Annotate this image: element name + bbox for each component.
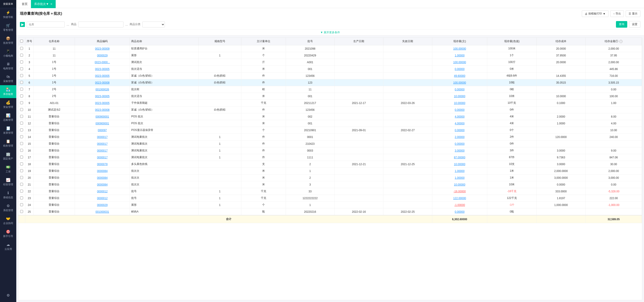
row-checkbox[interactable] [20, 115, 23, 118]
sidebar-item-quick-nav[interactable]: ⚡ 快捷导航 [0, 8, 16, 21]
row-goods-code[interactable]: 0023-00009 [75, 45, 130, 52]
row-qty-main[interactable]: 49.60000 [432, 73, 487, 79]
row-qty-main[interactable]: 4.00000 [432, 120, 487, 127]
row-goods-code[interactable]: 0023-00005 [75, 100, 130, 106]
export-button[interactable]: ↑ 导出 [610, 11, 624, 17]
row-qty-main[interactable]: 0.00000 [432, 86, 487, 93]
sidebar-item-cloud[interactable]: ☁ 云应用 [0, 240, 16, 253]
sidebar-item-mini-ecom[interactable]: 📱 小额电商 [0, 47, 16, 60]
row-checkbox[interactable] [20, 190, 23, 193]
row-checkbox[interactable] [20, 128, 23, 131]
row-qty-main[interactable]: 122.00000 [432, 195, 487, 202]
row-checkbox[interactable] [20, 81, 23, 84]
row-qty-main[interactable]: 0.00000 [432, 66, 487, 73]
row-goods-code[interactable]: 0023-00005 [75, 66, 130, 73]
row-goods-code[interactable]: 0000012 [75, 188, 130, 195]
row-checkbox[interactable] [20, 74, 23, 77]
row-checkbox[interactable] [20, 94, 23, 97]
row-qty-main[interactable]: 0.00000 [432, 127, 487, 134]
row-goods-code[interactable]: 001000026 [75, 86, 130, 93]
row-checkbox[interactable] [20, 156, 23, 159]
row-checkbox[interactable] [20, 210, 23, 213]
sidebar-item-purchase[interactable]: 🛍 采购管理 [0, 73, 16, 85]
row-goods-code[interactable]: 0000084 [75, 168, 130, 175]
sidebar-item-fixed-assets[interactable]: 🏢 固定资产 [0, 150, 16, 163]
row-checkbox[interactable] [20, 149, 23, 152]
close-tab-icon[interactable]: ✕ [50, 3, 52, 6]
sidebar-item-enterprise[interactable]: 🤝 企业协同 [0, 214, 16, 227]
row-checkbox[interactable] [20, 122, 23, 125]
row-goods-code[interactable]: 000097 [75, 127, 130, 134]
row-qty-main[interactable]: 0.00000 [432, 140, 487, 147]
row-goods-code[interactable]: 0000078 [75, 161, 130, 168]
sidebar-item-operations[interactable]: 📈 经营管理 [0, 176, 16, 189]
row-checkbox[interactable] [20, 88, 23, 91]
row-goods-code[interactable]: 0023-00005 [75, 93, 130, 100]
row-goods-code[interactable]: 0023-00008 [75, 106, 130, 113]
settings-filter-button[interactable]: 设置 [629, 21, 640, 28]
goods-input[interactable] [78, 22, 124, 27]
row-qty-main[interactable]: 2.00000 [432, 134, 487, 140]
row-goods-code[interactable]: 0023-0000... [75, 59, 130, 66]
select-all-checkbox[interactable] [20, 40, 23, 43]
row-qty-main[interactable]: 100.00000 [432, 79, 487, 86]
row-qty-main[interactable]: 10.00000 [432, 181, 487, 188]
row-goods-code[interactable]: 0000084 [75, 175, 130, 181]
sidebar-item-summary[interactable]: 📊 总账管理 [0, 111, 16, 124]
row-qty-main[interactable]: 10.00000 [432, 161, 487, 168]
row-qty-main[interactable]: 3.00000 [432, 147, 487, 154]
row-checkbox[interactable] [20, 163, 23, 165]
row-checkbox[interactable] [20, 203, 23, 206]
row-qty-main[interactable]: 10.00000 [432, 100, 487, 106]
row-qty-main[interactable]: 0.00000 [432, 208, 487, 215]
tab-inventory-batch[interactable]: 库存批次▼ ✕ [31, 0, 56, 8]
sidebar-item-payroll[interactable]: 💵 工资 [0, 163, 16, 176]
value-info-icon[interactable]: i [619, 40, 622, 43]
filter-expand-button[interactable]: ▶ [20, 22, 25, 27]
row-checkbox[interactable] [20, 101, 23, 104]
row-goods-code[interactable]: 0000017 [75, 154, 130, 161]
row-goods-code[interactable]: 0000029 [75, 52, 130, 59]
sidebar-item-tax[interactable]: 📋 税务管理 [0, 137, 16, 150]
row-qty-main[interactable]: 100.00000 [432, 45, 487, 52]
sidebar-item-newbie[interactable]: 🎯 新手引导 [0, 227, 16, 240]
row-qty-main[interactable]: 1.00000 [432, 52, 487, 59]
row-goods-code[interactable]: 0023-00008 [75, 79, 130, 86]
row-goods-code[interactable]: 000900001 [75, 120, 130, 127]
row-goods-code[interactable]: 0000017 [75, 140, 130, 147]
row-qty-main[interactable]: -16.00000 [432, 188, 487, 195]
row-goods-code[interactable]: 0000084 [75, 181, 130, 188]
row-goods-code[interactable]: 0000029 [75, 202, 130, 208]
row-qty-main[interactable]: 10.00000 [432, 93, 487, 100]
row-qty-main[interactable]: 87.00000 [432, 154, 487, 161]
row-goods-code[interactable]: 0023-00005 [75, 73, 130, 79]
row-goods-code[interactable]: 001000031 [75, 208, 130, 215]
row-checkbox[interactable] [20, 142, 23, 145]
row-checkbox[interactable] [20, 135, 23, 138]
row-goods-code[interactable]: 0000017 [75, 147, 130, 154]
row-checkbox[interactable] [20, 54, 23, 57]
expand-conditions-row[interactable]: ▼ 展开更多条件 [20, 30, 640, 35]
row-checkbox[interactable] [20, 183, 23, 186]
sidebar-item-inventory[interactable]: 🏪 库存核查 [0, 85, 16, 98]
sidebar-item-ecom[interactable]: 🖥 电商管理 [0, 60, 16, 73]
row-qty-main[interactable]: 1.00000 [432, 168, 487, 175]
sidebar-item-retail[interactable]: 🛒 零售管理 [0, 21, 16, 34]
sidebar-settings-button[interactable]: ⚙ [0, 291, 16, 300]
row-qty-main[interactable]: 1.00000 [432, 175, 487, 181]
row-goods-code[interactable]: 000900001 [75, 113, 130, 120]
row-checkbox[interactable] [20, 47, 23, 50]
tab-home[interactable]: 首页 [18, 0, 31, 8]
sidebar-item-finance[interactable]: 💰 资金管理 [0, 98, 16, 111]
sidebar-item-invoice[interactable]: 🧾 发票管理 [0, 124, 16, 137]
warehouse-input[interactable] [27, 22, 65, 27]
row-checkbox[interactable] [20, 67, 23, 70]
display-button[interactable]: ☰ 显示 [626, 11, 640, 17]
row-checkbox[interactable] [20, 61, 23, 63]
row-goods-code[interactable]: 0000017 [75, 134, 130, 140]
category-select[interactable] [142, 22, 165, 27]
row-qty-main[interactable]: 0.00000 [432, 106, 487, 113]
row-qty-main[interactable]: 100.00000 [432, 59, 487, 66]
search-button[interactable]: 查询 [616, 21, 627, 28]
row-checkbox[interactable] [20, 169, 23, 172]
